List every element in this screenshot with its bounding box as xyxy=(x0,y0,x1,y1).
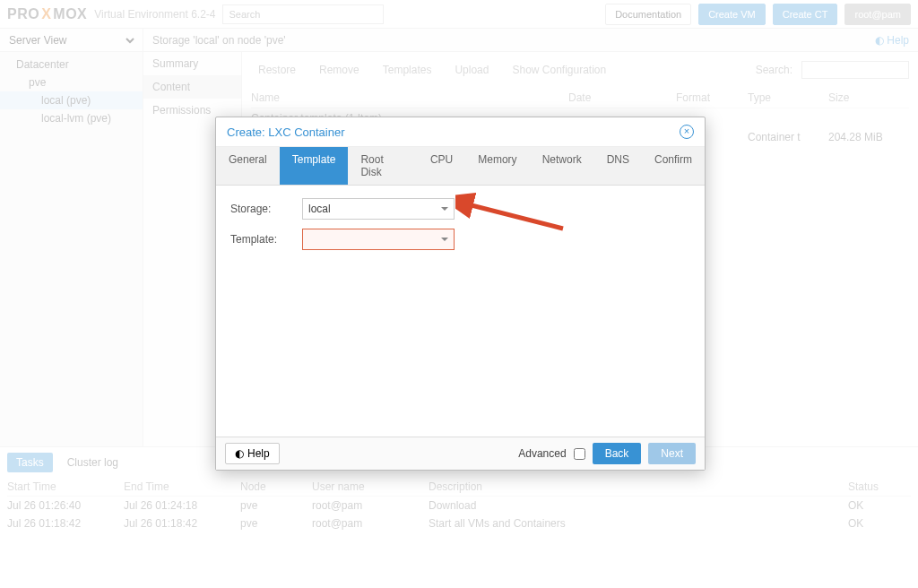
tab-root-disk[interactable]: Root Disk xyxy=(348,147,418,185)
search-label: Search: xyxy=(756,64,792,76)
templates-button[interactable]: Templates xyxy=(376,61,439,79)
close-icon[interactable]: × xyxy=(680,125,694,139)
upload-button[interactable]: Upload xyxy=(447,61,496,79)
app-logo: PROXMOX xyxy=(7,6,87,22)
content-grid-header: Name Date Format Type Size xyxy=(251,88,909,108)
documentation-button[interactable]: Documentation xyxy=(605,4,691,25)
tab-general[interactable]: General xyxy=(216,147,280,185)
subnav-summary[interactable]: Summary xyxy=(143,52,241,75)
template-combo[interactable] xyxy=(302,229,455,250)
tree-node-pve[interactable]: pve xyxy=(0,74,143,91)
create-ct-button[interactable]: Create CT xyxy=(773,4,838,25)
tab-template[interactable]: Template xyxy=(280,147,349,185)
storage-combo[interactable]: local xyxy=(302,198,455,220)
task-row[interactable]: Jul 26 01:18:42 Jul 26 01:18:42 pve root… xyxy=(7,514,911,532)
task-row[interactable]: Jul 26 01:26:40 Jul 26 01:24:18 pve root… xyxy=(7,497,911,514)
restore-button[interactable]: Restore xyxy=(251,61,303,79)
next-button[interactable]: Next xyxy=(648,443,696,464)
user-menu-button[interactable]: root@pam xyxy=(844,4,911,25)
advanced-label: Advanced xyxy=(518,447,566,460)
remove-button[interactable]: Remove xyxy=(312,61,367,79)
tasks-grid-header: Start Time End Time Node User name Descr… xyxy=(7,478,911,497)
show-config-button[interactable]: Show Configuration xyxy=(505,61,613,79)
advanced-checkbox[interactable] xyxy=(574,448,585,460)
tab-confirm[interactable]: Confirm xyxy=(642,147,705,185)
dialog-title: Create: LXC Container xyxy=(227,125,345,139)
tab-memory[interactable]: Memory xyxy=(465,147,529,185)
view-select[interactable]: Server View xyxy=(5,33,137,48)
view-selector[interactable]: Server View xyxy=(0,29,143,52)
create-lxc-dialog: Create: LXC Container × General Template… xyxy=(215,117,706,471)
back-button[interactable]: Back xyxy=(593,443,642,464)
content-search-input[interactable] xyxy=(801,61,909,79)
wizard-tabs: General Template Root Disk CPU Memory Ne… xyxy=(216,146,705,186)
tree-datacenter[interactable]: Datacenter xyxy=(0,56,143,74)
storage-label: Storage: xyxy=(230,203,302,215)
template-label: Template: xyxy=(230,233,302,246)
panel-title: Storage 'local' on node 'pve' xyxy=(152,34,286,47)
tab-cpu[interactable]: CPU xyxy=(418,147,465,185)
top-header: PROXMOX Virtual Environment 6.2-4 Docume… xyxy=(0,0,918,29)
version-text: Virtual Environment 6.2-4 xyxy=(94,8,215,21)
tab-network[interactable]: Network xyxy=(530,147,594,185)
tree-storage-local-lvm[interactable]: local-lvm (pve) xyxy=(0,109,143,127)
tree-storage-local[interactable]: local (pve) xyxy=(0,91,143,109)
resource-tree-sidebar: Server View Datacenter pve local (pve) l… xyxy=(0,29,143,446)
dialog-help-button[interactable]: ◐ Help xyxy=(225,443,280,464)
tasks-tab[interactable]: Tasks xyxy=(7,453,53,472)
panel-help-button[interactable]: ◐ Help xyxy=(875,34,909,47)
tab-dns[interactable]: DNS xyxy=(594,147,642,185)
subnav-content[interactable]: Content xyxy=(143,75,241,99)
cluster-log-tab[interactable]: Cluster log xyxy=(58,453,127,472)
global-search-input[interactable] xyxy=(222,4,384,24)
create-vm-button[interactable]: Create VM xyxy=(698,4,766,25)
